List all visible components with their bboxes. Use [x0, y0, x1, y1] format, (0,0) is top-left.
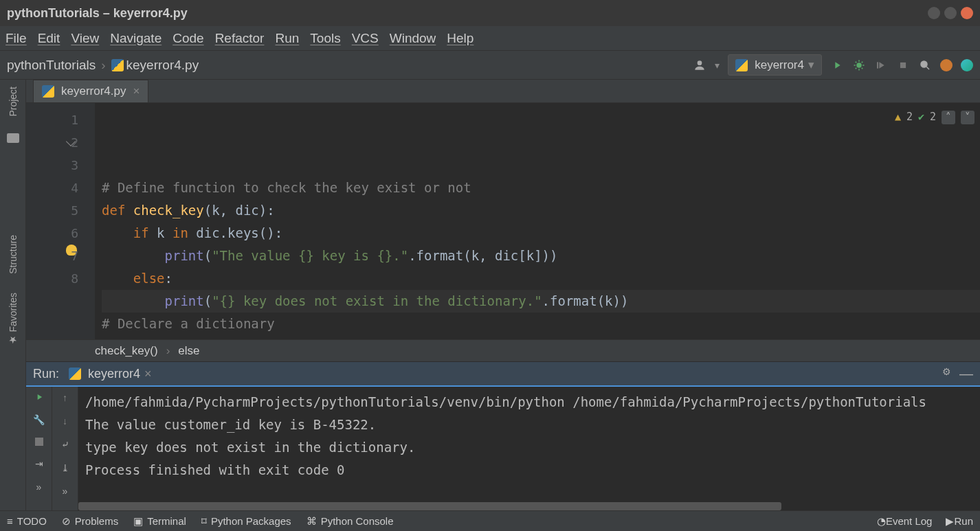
- menu-file[interactable]: File: [5, 31, 27, 46]
- pkg-icon: ⌑: [201, 515, 207, 528]
- tool-project[interactable]: Project: [8, 84, 19, 120]
- maximize-button[interactable]: [944, 7, 957, 19]
- checkmark-icon[interactable]: ✔: [918, 106, 924, 128]
- minimize-panel-icon[interactable]: —: [959, 366, 973, 382]
- editor[interactable]: 12345678 ▲2 ✔2 ˄ ˅ # Define function to …: [26, 103, 980, 339]
- code-line[interactable]: else:: [102, 267, 980, 290]
- code-line[interactable]: if k in dic.keys():: [102, 222, 980, 245]
- breadcrumb-project[interactable]: pythonTutorials: [7, 58, 96, 73]
- editor-tabs: keyerror4.py ×: [26, 80, 980, 103]
- exit-icon[interactable]: ⇥: [35, 458, 43, 469]
- python-icon: [69, 368, 81, 380]
- run-panel: Run: keyerror4 × ⚙ — 🔧 ⇥: [26, 361, 980, 510]
- stop-button[interactable]: [896, 58, 910, 72]
- bottom-tool-problems[interactable]: ⊘Problems: [62, 515, 118, 528]
- svg-rect-3: [900, 62, 906, 67]
- bottom-tool-run[interactable]: ▶Run: [946, 515, 973, 528]
- up-arrow-icon[interactable]: ↑: [63, 392, 67, 403]
- crumb-branch[interactable]: else: [178, 344, 199, 358]
- menu-edit[interactable]: Edit: [38, 31, 60, 46]
- menu-run[interactable]: Run: [275, 31, 299, 46]
- code-line[interactable]: # Define function to check the key exist…: [102, 177, 980, 199]
- menu-navigate[interactable]: Navigate: [110, 31, 162, 46]
- more-icon[interactable]: »: [63, 486, 68, 497]
- crumb-fn[interactable]: check_key(): [95, 344, 158, 358]
- fold-icon[interactable]: [66, 137, 76, 146]
- code-line[interactable]: print("{} key does not exist in the dict…: [102, 290, 980, 313]
- search-icon[interactable]: [918, 58, 932, 72]
- code-line[interactable]: dic_customers = {'customer_id': 'B-45322…: [102, 335, 980, 339]
- close-button[interactable]: [961, 7, 973, 19]
- debug-button[interactable]: [852, 58, 866, 72]
- svg-point-4: [921, 61, 927, 67]
- play-icon: ▶: [946, 515, 954, 527]
- menu-view[interactable]: View: [71, 31, 99, 46]
- bottom-tool-python-console[interactable]: ⌘Python Console: [307, 515, 394, 528]
- bottom-tool-todo[interactable]: ≡TODO: [7, 515, 47, 527]
- python-icon: [735, 59, 748, 71]
- menu-window[interactable]: Window: [390, 31, 436, 46]
- py-icon: ⌘: [307, 515, 317, 528]
- run-tab-label: keyerror4: [88, 367, 140, 381]
- tool-favorites[interactable]: ★ Favorites: [8, 290, 19, 348]
- code-line[interactable]: def check_key(k, dic):: [102, 199, 980, 222]
- warning-icon[interactable]: ▲: [895, 106, 901, 128]
- menu-code[interactable]: Code: [172, 31, 203, 46]
- output-line: type key does not exist in the dictionar…: [85, 436, 973, 459]
- user-icon[interactable]: [693, 58, 706, 72]
- svg-rect-2: [877, 62, 878, 68]
- code-line[interactable]: print("The value {} key is {}.".format(k…: [102, 245, 980, 267]
- coverage-button[interactable]: [874, 58, 888, 72]
- gear-icon[interactable]: ⚙: [942, 366, 951, 382]
- line-gutter: 12345678: [26, 103, 95, 339]
- ide-features-icon[interactable]: [961, 59, 973, 71]
- more-icon[interactable]: »: [36, 482, 42, 493]
- bottom-tool-event-log[interactable]: ◔Event Log: [877, 515, 933, 528]
- svg-point-0: [698, 60, 702, 65]
- horizontal-scrollbar[interactable]: [78, 502, 781, 510]
- rerun-icon[interactable]: [34, 392, 44, 402]
- breadcrumb-file[interactable]: keyerror4.py: [111, 58, 199, 73]
- minimize-button[interactable]: [928, 7, 940, 19]
- chevron-down-icon: ▾: [808, 58, 814, 72]
- run-panel-header: Run: keyerror4 × ⚙ —: [26, 362, 980, 387]
- chevron-right-icon: ›: [101, 58, 105, 73]
- tool-structure[interactable]: Structure: [8, 232, 19, 277]
- tab-label: keyerror4.py: [61, 84, 126, 98]
- run-config-selector[interactable]: keyerror4 ▾: [728, 54, 822, 76]
- stop-icon[interactable]: [35, 438, 43, 446]
- bottom-toolbar: ≡TODO⊘Problems▣Terminal⌑Python Packages⌘…: [0, 510, 980, 531]
- close-tab-icon[interactable]: ×: [133, 84, 140, 98]
- run-tab[interactable]: keyerror4 ×: [69, 367, 152, 381]
- next-highlight-icon[interactable]: ˅: [961, 111, 975, 124]
- menubar: FileEditViewNavigateCodeRefactorRunTools…: [0, 26, 980, 51]
- close-run-tab-icon[interactable]: ×: [144, 367, 152, 381]
- code-line[interactable]: # Declare a dictionary: [102, 313, 980, 335]
- code-area[interactable]: ▲2 ✔2 ˄ ˅ # Define function to check the…: [95, 103, 980, 339]
- prev-highlight-icon[interactable]: ˄: [942, 111, 955, 124]
- run-panel-label: Run:: [33, 367, 59, 381]
- bottom-tool-python-packages[interactable]: ⌑Python Packages: [201, 515, 291, 528]
- run-output[interactable]: /home/fahmida/PycharmProjects/pythonTuto…: [78, 387, 980, 510]
- update-icon[interactable]: [940, 59, 953, 71]
- soft-wrap-icon[interactable]: ⤶: [61, 439, 69, 450]
- wrench-icon[interactable]: 🔧: [33, 414, 45, 425]
- python-file-icon: [111, 59, 124, 71]
- editor-tab[interactable]: keyerror4.py ×: [33, 80, 148, 102]
- run-toolbar-1: 🔧 ⇥ »: [26, 387, 52, 510]
- list-icon: ≡: [7, 515, 13, 527]
- menu-help[interactable]: Help: [447, 31, 474, 46]
- left-tool-strip: ProjectStructure★ Favorites: [0, 80, 26, 510]
- bottom-tool-terminal[interactable]: ▣Terminal: [133, 515, 186, 528]
- chevron-down-icon[interactable]: ▾: [715, 60, 720, 71]
- run-button[interactable]: [830, 58, 844, 72]
- editor-inspection-status: ▲2 ✔2 ˄ ˅: [895, 106, 975, 128]
- scroll-to-end-icon[interactable]: ⤓: [61, 462, 69, 473]
- output-line: The value customer_id key is B-45322.: [85, 414, 973, 436]
- navbar: pythonTutorials › keyerror4.py ▾ keyerro…: [0, 51, 980, 80]
- down-arrow-icon[interactable]: ↓: [63, 416, 67, 427]
- menu-tools[interactable]: Tools: [310, 31, 340, 46]
- menu-refactor[interactable]: Refactor: [215, 31, 265, 46]
- menu-vcs[interactable]: VCS: [352, 31, 379, 46]
- folder-icon[interactable]: [7, 133, 19, 143]
